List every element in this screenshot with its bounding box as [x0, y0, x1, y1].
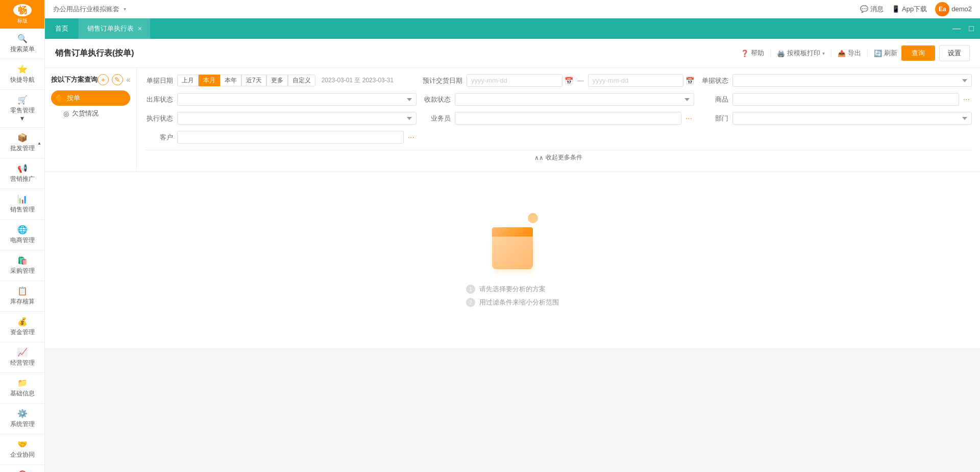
date-tab-custom[interactable]: 自定义 [288, 75, 315, 86]
collapse-filter-btn[interactable]: ∧∧ 收起更多条件 [145, 150, 972, 165]
filter-cell-outstatus: 出库状态 [145, 93, 416, 106]
sidebar-item-operation[interactable]: 📈 经营管理 [0, 342, 44, 373]
sidebar-item-finance[interactable]: 💰 资金管理 [0, 312, 44, 342]
help-icon: ❓ [741, 50, 749, 57]
filter-left-panel: 按以下方案查询 + ✎ « 🔶 按单 [45, 68, 137, 171]
tab-home[interactable]: 首页 [45, 18, 79, 39]
date-tab-this-year[interactable]: 本年 [220, 75, 241, 86]
calendar-icon-2[interactable]: 📅 [685, 77, 694, 85]
out-status-select[interactable] [177, 93, 416, 106]
refresh-btn[interactable]: 🔄 刷新 [874, 49, 897, 58]
tab-close-icon[interactable]: × [138, 25, 142, 32]
salesperson-input[interactable] [455, 112, 681, 125]
sidebar-item-inventory[interactable]: 📋 库存核算 [0, 281, 44, 312]
status-cell-content [732, 74, 972, 87]
folder-icon: 📁 [17, 378, 28, 388]
status-select[interactable] [732, 74, 972, 87]
filter-panel: 按以下方案查询 + ✎ « 🔶 按单 [45, 68, 980, 171]
sidebar-item-retail[interactable]: 🛒 零售管理 [0, 90, 44, 128]
sidebar-label-search: 搜索菜单 [10, 45, 35, 54]
divider1 [770, 49, 771, 57]
hint-text-1: 请先选择要分析的方案 [479, 285, 546, 294]
date-tab-last-month[interactable]: 上月 [177, 75, 199, 86]
sidebar-item-system[interactable]: ⚙️ 系统管理 [0, 404, 44, 434]
filter-cell-predicted: 预计交货日期 📅 — 📅 [423, 74, 694, 87]
sidebar-item-marketing[interactable]: 📢 营销推广 [0, 158, 44, 189]
topbar-right: 💬 消息 📱 App下载 Ea demo2 [860, 2, 972, 16]
edit-icon: ✎ [114, 76, 120, 84]
goods-more-btn[interactable]: ··· [961, 95, 972, 104]
main-area: 办公用品行业模拟账套 ▾ 💬 消息 📱 App下载 Ea demo2 首页 销售… [45, 0, 980, 472]
plan-icon: 🔶 [55, 94, 64, 102]
star-icon: ⭐ [17, 64, 28, 74]
settings-button[interactable]: 设置 [939, 45, 970, 61]
print-btn[interactable]: 🖨️ 按模板打印 ▾ [777, 49, 825, 58]
sidebar-item-ecommerce[interactable]: 🌐 电商管理 [0, 220, 44, 250]
tab-sales-order-label: 销售订单执行表 [87, 24, 134, 33]
date-range-text: 2023-03-01 至 2023-03-31 [322, 76, 394, 85]
user-menu[interactable]: Ea demo2 [935, 2, 972, 16]
salesperson-cell-content: ··· [455, 112, 694, 125]
sidebar-item-purchase[interactable]: 🛍️ 采购管理 [0, 250, 44, 281]
sidebar-label-marketing: 营销推广 [10, 175, 35, 183]
tab-home-label: 首页 [55, 24, 68, 33]
dept-select[interactable] [732, 112, 972, 125]
sidebar-item-enterprise[interactable]: 🤝 企业协同 [0, 434, 44, 465]
target-icon: 🎯 [17, 470, 28, 472]
add-plan-btn[interactable]: + [97, 74, 109, 85]
handshake-icon: 🤝 [17, 439, 28, 449]
window-maximize-btn[interactable]: □ [967, 22, 976, 35]
predicted-date-end[interactable] [588, 74, 684, 87]
empty-hint: 1 请先选择要分析的方案 2 用过滤条件来缩小分析范围 [466, 285, 559, 307]
plan-item-order[interactable]: 🔶 按单 [51, 90, 130, 106]
logo-icon: 畅 [13, 4, 32, 16]
message-btn[interactable]: 💬 消息 [860, 5, 884, 14]
sidebar-label-purchase: 采购管理 [10, 267, 35, 275]
exec-status-select[interactable] [177, 112, 416, 125]
sub-item-shortage[interactable]: ◎ 欠货情况 [51, 106, 130, 121]
date-tab-this-month[interactable]: 本月 [199, 75, 220, 86]
page-header: 销售订单执行表(按单) ❓ 帮助 🖨️ 按模板打印 ▾ 📤 导出 [45, 39, 980, 68]
filter-form: 单据日期 上月 本月 本年 近7天 更多 自定义 2023-03-01 至 20… [137, 68, 980, 171]
print-dropdown-icon[interactable]: ▾ [822, 51, 825, 56]
date-tab-7days[interactable]: 近7天 [241, 75, 266, 86]
receiptstatus-cell-content [455, 93, 694, 106]
sidebar-item-quick[interactable]: ⭐ 快捷导航 [0, 59, 44, 90]
date-label: 单据日期 [145, 76, 173, 85]
money-icon: 💰 [17, 317, 28, 326]
predicted-label: 预计交货日期 [423, 76, 462, 85]
megaphone-icon: 📢 [17, 163, 28, 173]
goods-label: 商品 [700, 95, 728, 104]
sidebar-label-quick: 快捷导航 [10, 76, 35, 84]
app-download-btn[interactable]: 📱 App下载 [892, 5, 927, 14]
edit-plan-btn[interactable]: ✎ [112, 74, 123, 85]
sidebar-item-sales[interactable]: 📊 销售管理 [0, 189, 44, 220]
app-subtitle: 标版 [17, 17, 28, 25]
date-cell-content: 上月 本月 本年 近7天 更多 自定义 2023-03-01 至 2023-03… [177, 75, 416, 86]
topbar-left: 办公用品行业模拟账套 ▾ [53, 5, 126, 14]
topbar-dropdown-icon[interactable]: ▾ [124, 6, 126, 12]
collapse-label: 收起更多条件 [546, 153, 582, 162]
goods-input[interactable] [732, 93, 959, 106]
receiptstatus-label: 收款状态 [423, 95, 451, 104]
export-btn[interactable]: 📤 导出 [838, 49, 861, 58]
sidebar-item-wholesale[interactable]: 📦 批发管理 [0, 128, 44, 158]
tab-sales-order[interactable]: 销售订单执行表 × [79, 18, 150, 39]
customer-input[interactable] [177, 131, 404, 144]
calendar-icon-1[interactable]: 📅 [565, 77, 573, 85]
collapse-left-btn[interactable]: « [126, 76, 130, 84]
receipt-status-select[interactable] [455, 93, 694, 106]
globe-icon: 🌐 [17, 225, 28, 234]
date-tab-more[interactable]: 更多 [266, 75, 288, 86]
predicted-date-start[interactable] [467, 74, 562, 87]
filter-cell-execstatus: 执行状态 [145, 112, 416, 125]
salesperson-more-btn[interactable]: ··· [683, 114, 694, 123]
search-button[interactable]: 查询 [901, 45, 935, 61]
customer-more-btn[interactable]: ··· [406, 133, 416, 142]
help-btn[interactable]: ❓ 帮助 [741, 49, 764, 58]
window-minimize-btn[interactable]: — [950, 22, 963, 35]
sidebar-item-basic[interactable]: 📁 基础信息 [0, 373, 44, 404]
sidebar-item-search[interactable]: 🔍 搜索菜单 [0, 29, 44, 59]
sidebar-label-retail: 零售管理 [10, 106, 35, 115]
sidebar-item-newbie[interactable]: 🎯 新手引导 [0, 465, 44, 472]
